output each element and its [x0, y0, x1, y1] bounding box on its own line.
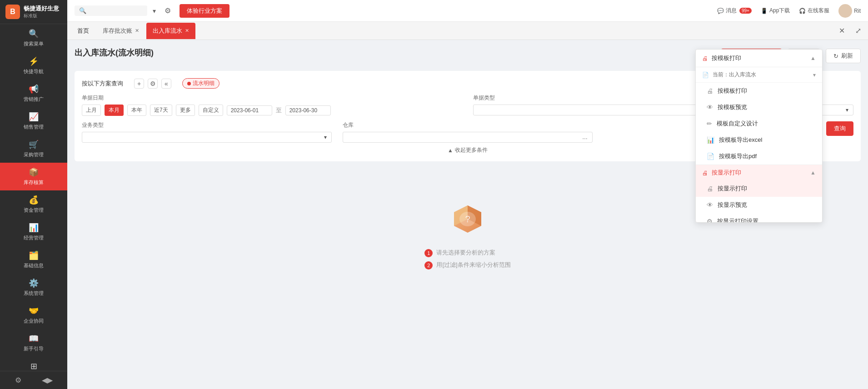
- print-item-template-print[interactable]: 🖨 按模板打印: [696, 83, 822, 99]
- display-settings-label: 按显示打印设置: [717, 217, 758, 222]
- date-end-input[interactable]: [285, 105, 331, 115]
- flash-icon: ⚡: [29, 56, 39, 66]
- tab-flow-label: 出入库流水: [153, 27, 182, 35]
- collapse-label: 收起更多条件: [455, 146, 488, 154]
- sidebar-item-apps[interactable]: ⊞ 应用中心: [0, 357, 67, 371]
- settings-bottom-icon[interactable]: ⚙: [15, 376, 21, 384]
- sidebar-item-guide[interactable]: 📖 新手引导: [0, 329, 67, 357]
- sidebar-item-shortcut[interactable]: ⚡ 快捷导航: [0, 52, 67, 80]
- print-item-template-design[interactable]: ✏ 模板自定义设计: [696, 115, 822, 132]
- empty-tips: 1 请先选择要分析的方案 2 用[过滤]条件来缩小分析范围: [424, 249, 510, 269]
- filter-chip-active[interactable]: 流水明细: [182, 78, 219, 89]
- book-icon: 📖: [29, 334, 39, 344]
- sidebar-item-coop[interactable]: 🤝 企业协同: [0, 301, 67, 329]
- sidebar-item-search[interactable]: 🔍 搜索菜单: [0, 24, 67, 52]
- filter-collapse-btn[interactable]: «: [161, 79, 171, 89]
- filter-add-btn[interactable]: +: [134, 79, 144, 89]
- date-this-year-btn[interactable]: 本年: [127, 105, 146, 116]
- collapse-up-icon: ▲: [448, 147, 453, 154]
- brand-name: 畅捷通好生意: [24, 5, 59, 13]
- print-item-display-settings[interactable]: ⚙ 按显示打印设置: [696, 213, 822, 222]
- date-7days-btn[interactable]: 近7天: [150, 105, 172, 116]
- collapse-sidebar-icon[interactable]: ◀▶: [42, 376, 53, 384]
- sidebar-item-inventory[interactable]: 📦 库存核算: [0, 163, 67, 190]
- tab-close-all-btn[interactable]: ✕: [835, 25, 848, 37]
- tab-maximize-btn[interactable]: ⤢: [852, 25, 864, 37]
- tab-flow[interactable]: 出入库流水 ✕: [146, 23, 195, 39]
- empty-illustration: ?: [445, 194, 490, 239]
- sidebar-item-marketing[interactable]: 📢 营销推广: [0, 80, 67, 107]
- filter-section-label: 按以下方案查询: [82, 80, 123, 88]
- print-item-template-pdf[interactable]: 📄 按模板导出pdf: [696, 148, 822, 165]
- refresh-btn[interactable]: ↻ 刷新: [826, 49, 861, 63]
- display-eye-icon: 👁: [707, 201, 713, 209]
- tab-batch-close[interactable]: ✕: [135, 28, 139, 34]
- display-settings-icon: ⚙: [707, 218, 713, 222]
- online-service-label: 在线客服: [808, 7, 829, 15]
- online-service-btn[interactable]: 🎧 在线客服: [799, 7, 829, 15]
- sidebar-item-label: 库存核算: [24, 179, 44, 186]
- app-download-btn[interactable]: 📱 App下载: [761, 7, 790, 15]
- print-menu-up-icon: ▲: [810, 55, 816, 61]
- warehouse-select[interactable]: …: [343, 132, 593, 143]
- topbar-gear-btn[interactable]: ⚙: [161, 5, 174, 17]
- tip-num-1: 1: [424, 249, 433, 257]
- tab-home-label: 首页: [77, 27, 89, 35]
- template-design-label: 模板自定义设计: [717, 120, 758, 128]
- filter-query-btn[interactable]: 查询: [826, 121, 853, 136]
- topbar-search-input[interactable]: [89, 8, 135, 14]
- money-icon: 💰: [29, 195, 39, 205]
- print-item-display-preview[interactable]: 👁 按显示预览: [696, 197, 822, 213]
- industry-solution-btn[interactable]: 体验行业方案: [180, 4, 229, 18]
- message-btn[interactable]: 💬 消息 99+: [717, 7, 752, 15]
- filter-date-field: 单据日期 上月 本月 本年 近7天 更多 自定义 至: [82, 94, 462, 116]
- gear-icon: ⚙️: [29, 278, 39, 288]
- display-preview-label: 按显示预览: [718, 201, 747, 209]
- filter-add-buttons: + ⚙ «: [134, 79, 171, 89]
- topbar-search-box[interactable]: 🔍: [75, 5, 147, 16]
- refresh-icon: ↻: [833, 53, 838, 60]
- warehouse-more-icon: …: [582, 134, 588, 140]
- sidebar-item-system[interactable]: ⚙️ 系统管理: [0, 274, 67, 301]
- filter-settings-btn[interactable]: ⚙: [148, 79, 158, 89]
- phone-icon: 📱: [761, 8, 768, 14]
- date-this-month-btn[interactable]: 本月: [105, 105, 124, 116]
- biz-type-select[interactable]: ▾: [82, 132, 332, 143]
- print-item-template-excel[interactable]: 📊 按模板导出excel: [696, 132, 822, 148]
- print-menu-current[interactable]: 📄 当前：出入库流水 ▾: [696, 67, 822, 83]
- date-last-month-btn[interactable]: 上月: [82, 105, 101, 116]
- sidebar-item-operation[interactable]: 📊 经营管理: [0, 218, 67, 246]
- topbar-dropdown-icon[interactable]: ▾: [153, 7, 156, 15]
- sidebar-bottom: ⚙ ◀▶: [0, 371, 67, 389]
- tab-flow-close[interactable]: ✕: [185, 28, 189, 34]
- tab-home[interactable]: 首页: [71, 23, 95, 39]
- app-logo-text: 畅捷通好生意 标准版: [24, 5, 59, 19]
- tabs-right-controls: ✕ ⤢: [835, 25, 864, 37]
- sidebar-item-label: 快捷导航: [24, 68, 44, 75]
- print-display-section[interactable]: 🖨 按显示打印 ▲: [696, 165, 822, 180]
- edit-icon: ✏: [707, 120, 712, 127]
- sidebar: B 畅捷通好生意 标准版 🔍 搜索菜单 ⚡ 快捷导航 📢 营销推广 📈 销售管理…: [0, 0, 67, 389]
- date-more-btn[interactable]: 更多: [176, 105, 195, 116]
- filter-warehouse-field: 仓库 …: [343, 121, 593, 143]
- date-start-input[interactable]: [227, 105, 272, 115]
- tab-batch[interactable]: 库存批次账 ✕: [96, 23, 145, 39]
- date-field-label: 单据日期: [82, 94, 462, 102]
- template-preview-label: 按模板预览: [718, 103, 747, 111]
- sidebar-item-finance[interactable]: 💰 资金管理: [0, 190, 67, 218]
- user-avatar: [838, 4, 852, 18]
- megaphone-icon: 📢: [29, 84, 39, 94]
- print-item-template-preview[interactable]: 👁 按模板预览: [696, 99, 822, 115]
- sidebar-item-purchase[interactable]: 🛒 采购管理: [0, 135, 67, 163]
- user-avatar-btn[interactable]: Rit: [838, 4, 861, 18]
- sidebar-item-basic[interactable]: 🗂️ 基础信息: [0, 246, 67, 274]
- print-item-display-print[interactable]: 🖨 按显示打印: [696, 180, 822, 197]
- sidebar-item-sales[interactable]: 📈 销售管理: [0, 107, 67, 135]
- sidebar-item-label: 搜索菜单: [24, 40, 44, 47]
- current-template-arrow: ▾: [813, 72, 816, 78]
- display-print-icon: 🖨: [702, 170, 708, 176]
- empty-tip-2: 2 用[过滤]条件来缩小分析范围: [424, 261, 510, 269]
- app-download-label: App下载: [769, 7, 790, 15]
- biz-type-label: 业务类型: [82, 121, 332, 129]
- date-custom-btn[interactable]: 自定义: [199, 105, 223, 116]
